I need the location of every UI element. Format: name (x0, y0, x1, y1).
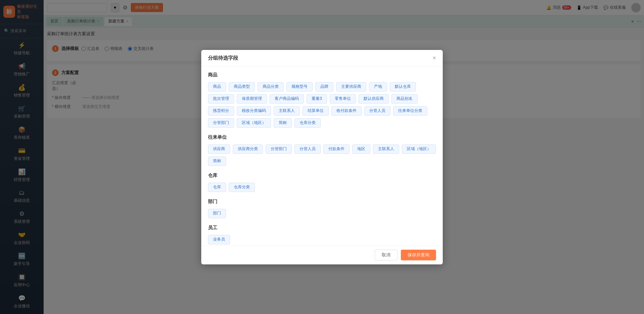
field-tag[interactable]: 重量3 (307, 94, 327, 104)
field-tag[interactable]: 收付款条件 (331, 106, 362, 116)
field-tag[interactable]: 付款条件 (323, 144, 350, 154)
field-tags-department: 部门 (208, 209, 436, 218)
field-tag[interactable]: 简称 (208, 156, 226, 166)
dialog-close-button[interactable]: × (432, 55, 436, 62)
field-tag[interactable]: 拣货积分 (208, 106, 234, 116)
section-title-partner: 往来单位 (208, 134, 436, 140)
field-tag[interactable]: 默认仓库 (390, 82, 416, 91)
field-section-partner: 往来单位供应商供应商分类分管部门分管人员付款条件地区主联系人区域（地区）简称 (208, 134, 436, 166)
field-section-warehouse: 仓库仓库仓库分类 (208, 173, 436, 192)
field-tags-employee: 业务员 (208, 235, 436, 244)
field-tag[interactable]: 商品 (208, 82, 226, 91)
field-tag[interactable]: 地区 (352, 144, 370, 154)
field-tag[interactable]: 仓库 (208, 183, 226, 192)
field-tag[interactable]: 默认供应商 (359, 94, 389, 104)
section-title-warehouse: 仓库 (208, 173, 436, 179)
field-section-department: 部门部门 (208, 199, 436, 218)
field-tag[interactable]: 分管人员 (364, 106, 390, 116)
field-tag[interactable]: 批次管理 (208, 94, 234, 104)
field-tag[interactable]: 主联系人 (373, 144, 399, 154)
section-title-department: 部门 (208, 199, 436, 205)
field-tag[interactable]: 分管人员 (294, 144, 321, 154)
field-tag[interactable]: 供应商分类 (233, 144, 263, 154)
dialog-footer: 取消 保存并查询 (201, 245, 443, 264)
field-tag[interactable]: 分管部门 (208, 118, 234, 128)
field-tags-warehouse: 仓库仓库分类 (208, 183, 436, 192)
section-title-goods: 商品 (208, 72, 436, 78)
field-tags-goods: 商品商品类型商品分类规格型号品牌主要供应商产地默认仓库批次管理保质期管理客户商品… (208, 82, 436, 128)
field-tag[interactable]: 部门 (208, 209, 226, 218)
field-tag[interactable]: 保质期管理 (237, 94, 267, 104)
field-tag[interactable]: 品牌 (315, 82, 333, 91)
field-tag[interactable]: 业务员 (208, 235, 230, 244)
cancel-button[interactable]: 取消 (375, 250, 397, 260)
field-tag[interactable]: 主联系人 (274, 106, 300, 116)
field-tag[interactable]: 往来单位分类 (393, 106, 427, 116)
section-title-employee: 员工 (208, 225, 436, 231)
dialog-body: 商品商品商品类型商品分类规格型号品牌主要供应商产地默认仓库批次管理保质期管理客户… (201, 67, 443, 245)
field-select-dialog: 分组待选字段 × 商品商品商品类型商品分类规格型号品牌主要供应商产地默认仓库批次… (201, 50, 443, 264)
field-tag[interactable]: 分管部门 (266, 144, 292, 154)
field-tag[interactable]: 税收分类编码 (237, 106, 271, 116)
field-tag[interactable]: 简称 (274, 118, 292, 128)
field-tag[interactable]: 商品类型 (229, 82, 255, 91)
field-tag[interactable]: 供应商 (208, 144, 230, 154)
field-tag[interactable]: 商品分类 (258, 82, 284, 91)
field-tag[interactable]: 仓库分类 (229, 183, 255, 192)
field-tags-partner: 供应商供应商分类分管部门分管人员付款条件地区主联系人区域（地区）简称 (208, 144, 436, 166)
field-tag[interactable]: 商品别名 (391, 94, 418, 104)
field-tag[interactable]: 主要供应商 (336, 82, 366, 91)
field-tag[interactable]: 零售单位 (330, 94, 356, 104)
field-section-goods: 商品商品商品类型商品分类规格型号品牌主要供应商产地默认仓库批次管理保质期管理客户… (208, 72, 436, 128)
dialog-header: 分组待选字段 × (201, 50, 443, 67)
field-tag[interactable]: 客户商品编码 (270, 94, 304, 104)
field-section-employee: 员工业务员 (208, 225, 436, 244)
field-tag[interactable]: 结算单位 (303, 106, 329, 116)
field-tag[interactable]: 区域（地区） (402, 144, 436, 154)
confirm-button[interactable]: 保存并查询 (401, 250, 436, 260)
field-tag[interactable]: 仓库分类 (294, 118, 321, 128)
field-tag[interactable]: 规格型号 (286, 82, 313, 91)
dialog-title: 分组待选字段 (208, 55, 238, 61)
field-tag[interactable]: 区域（地区） (237, 118, 271, 128)
field-tag[interactable]: 产地 (369, 82, 387, 91)
